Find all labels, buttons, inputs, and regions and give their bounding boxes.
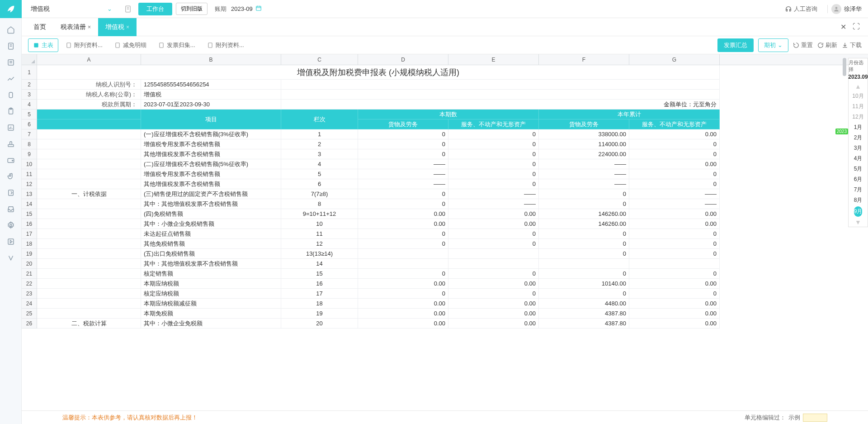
- tab-home[interactable]: 首页: [26, 18, 53, 19]
- calendar-icon[interactable]: [255, 5, 262, 13]
- doc-icon-button[interactable]: [121, 2, 135, 16]
- svg-rect-3: [256, 6, 261, 10]
- user-menu[interactable]: 徐泽华: [831, 4, 862, 14]
- svg-point-7: [835, 7, 838, 9]
- chevron-down-icon: ⌄: [107, 5, 112, 12]
- company-name: 增值税: [31, 5, 50, 13]
- feather-icon: [6, 4, 16, 14]
- top-header: 增值税 ⌄ 工作台 切到旧版 账期 2023-09 人工咨询 徐泽华: [0, 0, 868, 18]
- period-value[interactable]: 2023-09: [231, 5, 253, 12]
- app-logo[interactable]: [0, 0, 22, 18]
- document-icon: [124, 5, 132, 13]
- tab-tax-list[interactable]: 税表清册×: [53, 18, 98, 19]
- avatar-icon: [831, 4, 841, 14]
- tab-vat[interactable]: 增值税×: [98, 18, 137, 19]
- consult-button[interactable]: 人工咨询: [785, 5, 817, 13]
- divider: [827, 5, 828, 13]
- workbench-button[interactable]: 工作台: [138, 3, 172, 15]
- user-name: 徐泽华: [844, 5, 862, 13]
- switch-oldver-button[interactable]: 切到旧版: [176, 3, 208, 15]
- period-label: 账期: [215, 5, 226, 13]
- headset-icon: [785, 5, 792, 13]
- company-select[interactable]: 增值税 ⌄: [22, 5, 121, 13]
